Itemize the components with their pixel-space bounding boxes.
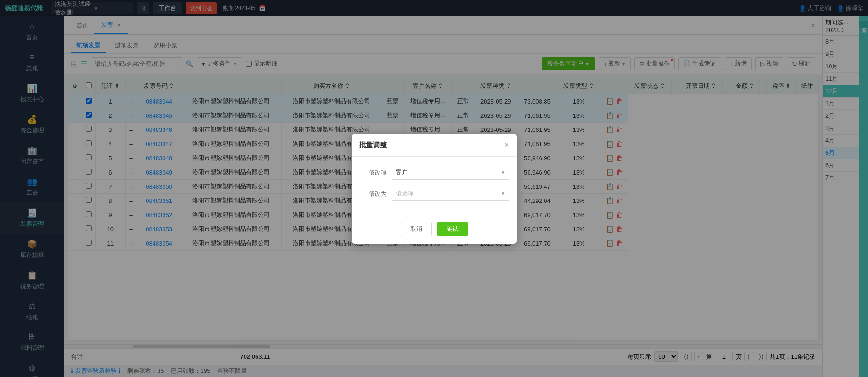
- modal-body: 修改项 客户 ▼ 修改为 请选择 ▼: [352, 157, 517, 217]
- modify-field-row: 修改项 客户 ▼: [359, 166, 509, 180]
- value-select-chevron-icon: ▼: [501, 191, 506, 196]
- batch-adjust-modal: 批量调整 × 修改项 客户 ▼ 修改为 请选择 ▼ 取消 确认: [352, 134, 517, 244]
- modify-field-label: 修改项: [359, 169, 387, 177]
- confirm-button[interactable]: 确认: [437, 222, 468, 236]
- modal-title: 批量调整: [359, 141, 387, 149]
- modal-header: 批量调整 ×: [352, 134, 517, 157]
- modal-close-button[interactable]: ×: [504, 140, 509, 150]
- modify-field-select[interactable]: 客户 ▼: [392, 166, 509, 180]
- field-select-chevron-icon: ▼: [501, 170, 506, 175]
- modal-footer: 取消 确认: [352, 217, 517, 244]
- cancel-button[interactable]: 取消: [401, 222, 432, 236]
- modal-overlay[interactable]: 批量调整 × 修改项 客户 ▼ 修改为 请选择 ▼ 取消 确认: [0, 0, 868, 377]
- modify-value-select[interactable]: 请选择 ▼: [392, 187, 509, 201]
- modify-value-placeholder: 请选择: [396, 189, 414, 197]
- modify-value-label: 修改为: [359, 190, 387, 198]
- modify-value-row: 修改为 请选择 ▼: [359, 187, 509, 201]
